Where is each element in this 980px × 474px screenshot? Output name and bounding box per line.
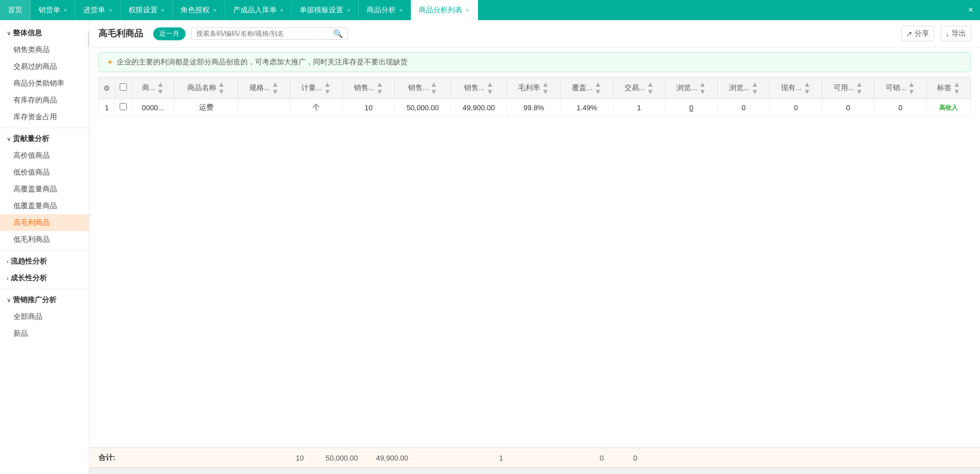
col-coverage[interactable]: 覆盖... ▲▼ [561, 77, 613, 99]
nav-product-analysis-list[interactable]: 商品分析列表 × [411, 0, 477, 20]
search-box: 🔍 [191, 27, 348, 40]
sidebar-item-in-stock-goods[interactable]: 有库存的商品 [0, 92, 89, 109]
nav-home[interactable]: 首页 [0, 0, 31, 20]
nav-product-warehouse[interactable]: 产成品入库单 × [225, 0, 292, 20]
share-button[interactable]: ↗ 分享 [901, 26, 934, 41]
cell-browse2: 0 [717, 99, 769, 116]
cell-browse1[interactable]: 0 [665, 99, 717, 116]
search-input[interactable] [196, 30, 333, 37]
col-current-stock[interactable]: 现有... ▲▼ [770, 77, 822, 99]
nav-product-analysis[interactable]: 商品分析 × [359, 0, 411, 20]
cell-transactions: 1 [613, 99, 665, 116]
cell-checkbox [115, 99, 132, 116]
sidebar-divider-2 [0, 250, 89, 251]
sort-arrows-current-stock: ▲▼ [803, 81, 811, 95]
section-arrow-trend: › [7, 259, 8, 265]
col-browse2[interactable]: 浏览... ▲▼ [717, 77, 769, 99]
close-role-auth[interactable]: × [213, 7, 216, 13]
nav-permission-settings[interactable]: 权限设置 × [121, 0, 173, 20]
filter-recent-month[interactable]: 近一月 [153, 27, 186, 40]
sidebar-item-category-rate[interactable]: 商品分类助销率 [0, 75, 89, 92]
col-code[interactable]: 商... ▲▼ [132, 77, 174, 99]
footer-values: 10 50,000.00 49,900.00 1 0 0 [126, 454, 971, 462]
footer-sales-qty: 10 [283, 454, 316, 462]
footer-sales-cost: 49,900.00 [367, 454, 417, 462]
sidebar-section-trend[interactable]: › 流趋性分析 [0, 253, 89, 270]
col-transactions[interactable]: 交易... ▲▼ [613, 77, 665, 99]
sidebar-section-contribution[interactable]: ∨ 贡献量分析 [0, 130, 89, 147]
col-settings[interactable]: ⚙ [99, 77, 115, 99]
footer-browse2 [551, 454, 585, 462]
sidebar-item-all-goods[interactable]: 全部商品 [0, 308, 89, 325]
sort-arrows-browse1: ▲▼ [699, 81, 706, 95]
sidebar-item-low-coverage[interactable]: 低覆盖量商品 [0, 198, 89, 214]
main-layout: « ∨ 整体信息 销售类商品 交易过的商品 商品分类助销率 有库存的商品 库存资… [0, 20, 980, 474]
sidebar-item-high-coverage[interactable]: 高覆盖量商品 [0, 181, 89, 198]
col-tag[interactable]: 标签 ▲▼ [926, 77, 970, 99]
close-template-settings[interactable]: × [347, 7, 350, 13]
sort-arrows-tag: ▲▼ [953, 81, 960, 95]
col-sales-cost[interactable]: 销售... ▲▼ [451, 77, 506, 99]
sidebar-section-marketing[interactable]: ∨ 营销推广分析 [0, 292, 89, 308]
sidebar-item-high-value[interactable]: 高价值商品 [0, 147, 89, 164]
sidebar-item-low-margin[interactable]: 低毛利商品 [0, 231, 89, 248]
close-sales-order[interactable]: × [64, 7, 67, 13]
nav-template-settings[interactable]: 单据模板设置 × [292, 0, 358, 20]
cell-available-stock: 0 [822, 99, 874, 116]
close-product-analysis-list[interactable]: × [466, 7, 469, 13]
sort-arrows-transactions: ▲▼ [647, 81, 654, 95]
table-header-row: ⚙ 商... ▲▼ 商品名称 ▲▼ [99, 77, 971, 99]
col-sales-qty[interactable]: 销售... ▲▼ [342, 77, 394, 99]
col-sales-amount[interactable]: 销售... ▲▼ [395, 77, 451, 99]
horizontal-scrollbar[interactable] [89, 467, 980, 474]
sidebar-divider-3 [0, 289, 89, 289]
export-button[interactable]: ↓ 导出 [941, 26, 972, 41]
close-permission-settings[interactable]: × [161, 7, 164, 13]
section-arrow-overall: ∨ [7, 30, 11, 36]
close-product-warehouse[interactable]: × [280, 7, 283, 13]
sort-arrows-sales-qty: ▲▼ [376, 81, 384, 95]
col-checkbox [115, 77, 132, 99]
footer-sales-amount: 50,000.00 [316, 454, 367, 462]
footer-current-stock: 0 [585, 454, 618, 462]
top-navigation: 首页 销货单 × 进货单 × 权限设置 × 角色授权 × 产成品入库单 × 单据… [0, 0, 980, 20]
col-sellable-stock[interactable]: 可销... ▲▼ [874, 77, 926, 99]
sidebar-toggle[interactable]: « [88, 31, 89, 47]
sidebar-item-high-margin[interactable]: 高毛利商品 [0, 214, 89, 231]
nav-purchase-order[interactable]: 进货单 × [75, 0, 120, 20]
sidebar-item-sales-goods[interactable]: 销售类商品 [0, 41, 89, 58]
col-name[interactable]: 商品名称 ▲▼ [174, 77, 238, 99]
sidebar-item-new-goods[interactable]: 新品 [0, 325, 89, 342]
col-spec[interactable]: 规格... ▲▼ [238, 77, 290, 99]
sidebar-section-overall[interactable]: ∨ 整体信息 [0, 25, 89, 41]
cell-tag: 高收入 [926, 99, 970, 116]
page-title: 高毛利商品 [98, 28, 143, 40]
header-actions: ↗ 分享 ↓ 导出 [901, 26, 972, 41]
sidebar-item-stock-capital[interactable]: 库存资金占用 [0, 109, 89, 125]
select-all-checkbox[interactable] [120, 83, 127, 91]
col-available-stock[interactable]: 可用... ▲▼ [822, 77, 874, 99]
sidebar-section-growth[interactable]: › 成长性分析 [0, 270, 89, 287]
cell-sales-cost: 49,900.00 [451, 99, 506, 116]
sidebar-item-low-value[interactable]: 低价值商品 [0, 164, 89, 181]
col-browse1[interactable]: 浏览... ▲▼ [665, 77, 717, 99]
sort-arrows-sellable-stock: ▲▼ [908, 81, 915, 95]
close-product-analysis[interactable]: × [399, 7, 403, 13]
row-checkbox[interactable] [120, 103, 127, 110]
search-icon[interactable]: 🔍 [333, 29, 343, 38]
sort-arrows-gross-rate: ▲▼ [542, 81, 549, 95]
sort-arrows-code: ▲▼ [157, 81, 164, 95]
nav-sales-order[interactable]: 销货单 × [31, 0, 75, 20]
col-unit[interactable]: 计量... ▲▼ [290, 77, 342, 99]
cell-code[interactable]: 0000... [132, 99, 174, 116]
table-container: ⚙ 商... ▲▼ 商品名称 ▲▼ [89, 77, 980, 447]
close-all-tabs[interactable]: × [962, 5, 980, 15]
table-footer: 合计: 10 50,000.00 49,900.00 1 0 0 [89, 447, 980, 467]
cell-name[interactable]: 运费 [174, 99, 238, 116]
nav-role-auth[interactable]: 角色授权 × [173, 0, 225, 20]
col-gross-rate[interactable]: 毛利率 ▲▼ [507, 77, 561, 99]
sidebar-item-traded-goods[interactable]: 交易过的商品 [0, 58, 89, 75]
share-icon: ↗ [906, 30, 912, 38]
close-purchase-order[interactable]: × [108, 7, 112, 13]
sort-arrows-sales-amount: ▲▼ [430, 81, 438, 95]
